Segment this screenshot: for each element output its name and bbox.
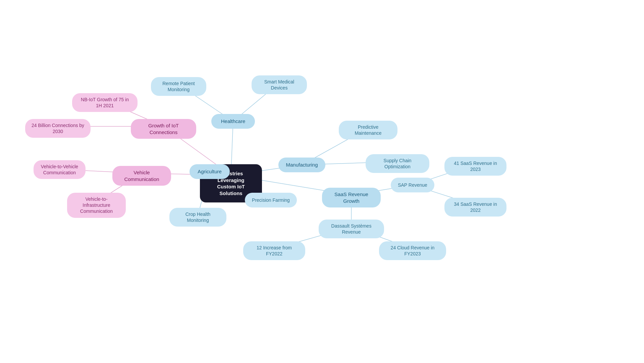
node-34-saas: 34 SaaS Revenue in 2022 — [444, 198, 506, 217]
node-v2v: Vehicle-to-Vehicle Communication — [34, 160, 86, 179]
node-saas-revenue: SaaS Revenue Growth — [322, 188, 381, 207]
node-vehicle-comm: Vehicle Communication — [112, 166, 171, 186]
node-12-increase: 12 Increase from FY2022 — [243, 241, 305, 260]
node-24-cloud: 24 Cloud Revenue in FY2023 — [379, 241, 446, 260]
node-supply-chain: Supply Chain Optimization — [366, 154, 429, 173]
node-v2i: Vehicle-to-Infrastructure Communication — [67, 193, 126, 218]
connections-svg — [0, 0, 644, 363]
node-growth-iot: Growth of IoT Connections — [131, 119, 196, 139]
node-24-billion: 24 Billion Connections by 2030 — [25, 119, 91, 138]
node-agriculture: Agriculture — [190, 164, 230, 179]
node-sap-revenue: SAP Revenue — [391, 178, 434, 192]
node-predictive: Predictive Maintenance — [339, 121, 397, 139]
node-precision-farming: Precision Farming — [245, 193, 297, 207]
node-41-saas: 41 SaaS Revenue in 2023 — [444, 157, 506, 176]
node-crop-health: Crop Health Monitoring — [169, 208, 226, 227]
node-manufacturing: Manufacturing — [278, 158, 325, 172]
node-smart-medical: Smart Medical Devices — [252, 75, 307, 94]
node-dassault: Dassault Systèmes Revenue — [319, 220, 384, 238]
node-healthcare: Healthcare — [211, 114, 255, 129]
mindmap-canvas: Industries Leveraging Custom IoT Solutio… — [0, 0, 644, 363]
node-remote-patient: Remote Patient Monitoring — [151, 77, 206, 96]
node-nb-iot: NB-IoT Growth of 75 in 1H 2021 — [72, 93, 138, 112]
